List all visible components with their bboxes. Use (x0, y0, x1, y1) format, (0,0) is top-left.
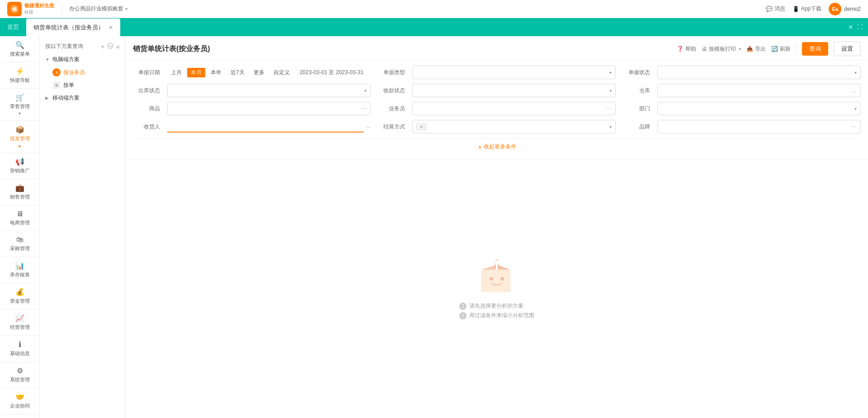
consignee-dots[interactable]: ··· (365, 123, 371, 130)
tree-item-mobile[interactable]: ▶ 移动端方案 (40, 91, 125, 104)
refresh-icon: 🔄 (771, 46, 778, 52)
help-button[interactable]: ❓ 帮助 (677, 45, 696, 53)
settlement-tag-close[interactable]: ✕ (420, 124, 423, 129)
date-filter: 上月 本月 本年 近7天 更多 自定义 2023-03-01 至 2023-03… (167, 68, 371, 77)
refresh-button[interactable]: 🔄 刷新 (771, 45, 791, 53)
date-tab-this-month[interactable]: 本月 (187, 68, 205, 77)
doc-type-arrow-icon: ▾ (609, 70, 612, 75)
goods-filter: ··· (167, 102, 371, 115)
sidebar-item-finance[interactable]: 💰 资金管理 (0, 283, 39, 309)
date-tab-7days[interactable]: 近7天 (227, 68, 248, 77)
add-scheme-button[interactable]: + (101, 43, 104, 50)
sidebar-item-search[interactable]: 🔍 搜索菜单 (0, 36, 39, 62)
message-icon: 💬 (766, 6, 773, 12)
filter-row-2: 出库状态 ▾ 收款状态 ▾ 仓库 (133, 84, 861, 97)
sidebar-item-sales[interactable]: 💼 销售管理 (0, 179, 39, 205)
box-icon: 📦 (15, 125, 24, 134)
svg-point-12 (490, 277, 493, 280)
svg-rect-8 (481, 270, 510, 292)
sidebar-item-retail[interactable]: 🛒 零售管理 ▼ (0, 89, 39, 121)
tree-child-by-salesman[interactable]: 员 按业务员 (40, 66, 125, 79)
doc-type-filter: ▾ (412, 66, 616, 79)
collapse-panel-button[interactable]: « (116, 43, 120, 50)
settings-button[interactable]: 设置 (834, 42, 861, 56)
sidebar-item-guide[interactable]: 🆕 新手引导 (0, 414, 39, 418)
sidebar-item-ecommerce[interactable]: 🖥 电商管理 (0, 205, 39, 231)
salesman-select[interactable]: ··· (412, 102, 616, 115)
message-button[interactable]: 💬 消息 (766, 5, 785, 13)
date-tab-more[interactable]: 更多 (250, 68, 268, 77)
svg-point-13 (500, 277, 504, 280)
goods-select[interactable]: ··· (167, 102, 371, 115)
svg-marker-9 (481, 265, 496, 270)
sidebar-item-basic-info[interactable]: ℹ 基础信息 (0, 336, 39, 362)
tab-home[interactable]: 首页 (0, 18, 26, 36)
sidebar-item-wholesale[interactable]: 📦 批发管理 ▲ (0, 121, 39, 153)
tab-maximize[interactable]: ⛶ (857, 24, 863, 30)
panel-icons: + ✎ « (101, 43, 120, 50)
doc-status-select[interactable]: ▾ (657, 66, 861, 79)
settlement-arrow-icon: ▾ (609, 124, 612, 129)
info-icon: ℹ (19, 340, 21, 349)
user-menu[interactable]: Ea demo2 (829, 3, 861, 15)
sidebar-item-marketing[interactable]: 📢 营销推广 (0, 153, 39, 179)
dept-arrow-icon: ▾ (854, 106, 857, 111)
date-range-text: 2023-03-01 至 2023-03-31 (300, 69, 363, 76)
date-tab-this-year[interactable]: 本年 (207, 68, 225, 77)
tab-close-icon[interactable]: ✕ (108, 24, 113, 31)
consignee-input[interactable] (167, 121, 363, 133)
brand-filter: ··· (657, 120, 861, 133)
header-left: 畅 畅捷通好生意 标版 办公用品行业模拟账套 ▾ (7, 2, 127, 16)
settlement-select[interactable]: ✕ ▾ (412, 120, 616, 133)
tree-item-pc[interactable]: ▼ 电脑端方案 (40, 53, 125, 66)
date-tab-custom[interactable]: 自定义 (270, 68, 293, 77)
out-status-select[interactable]: ▾ (167, 84, 371, 97)
brand-select[interactable]: ··· (657, 120, 861, 133)
doc-type-select[interactable]: ▾ (412, 66, 616, 79)
page-actions: ❓ 帮助 🖨 按模板打印 ▾ 📤 导出 🔄 刷新 (677, 42, 861, 56)
tab-sales-stat[interactable]: 销货单统计表（按业务员） ✕ (26, 19, 120, 37)
export-button[interactable]: 📤 导出 (746, 45, 766, 53)
megaphone-icon: 📢 (15, 157, 24, 166)
order-scheme-icon: 按 (52, 81, 61, 89)
warehouse-select[interactable]: ... (657, 84, 861, 97)
sidebar-item-system[interactable]: ⚙ 系统管理 (0, 362, 39, 388)
sidebar: 🔍 搜索菜单 ⚡ 快捷导航 🛒 零售管理 ▼ 📦 批发管理 ▲ 📢 营销推广 💼… (0, 36, 40, 418)
payment-status-select[interactable]: ▾ (412, 84, 616, 97)
svg-text:员: 员 (55, 71, 58, 74)
empty-hints: 1 请先选择要分析的方案 2 用过滤条件来缩小分析范围 (459, 302, 534, 321)
tree-child-by-order[interactable]: 按 按单 (40, 79, 125, 91)
sidebar-item-inventory[interactable]: 📊 库存核算 (0, 257, 39, 283)
download-icon: 📱 (793, 6, 799, 12)
dept-select[interactable]: ▾ (657, 102, 861, 115)
lightning-icon: ⚡ (15, 67, 24, 76)
date-tab-last-month[interactable]: 上月 (167, 68, 185, 77)
svg-marker-10 (498, 265, 510, 270)
edit-scheme-button[interactable]: ✎ (107, 43, 113, 50)
sidebar-item-enterprise[interactable]: 🤝 企业协同 (0, 388, 39, 414)
main-layout: 🔍 搜索菜单 ⚡ 快捷导航 🛒 零售管理 ▼ 📦 批发管理 ▲ 📢 营销推广 💼… (0, 36, 868, 418)
consignee-filter: ··· (167, 121, 371, 133)
divider-actions (796, 44, 797, 53)
collapse-row: ∧ 收起更多条件 (133, 138, 861, 153)
arrow-down-icon: ▼ (45, 57, 51, 62)
arrow-right-icon: ▶ (45, 95, 51, 100)
filter-row-1: 单据日期 上月 本月 本年 近7天 更多 自定义 2023-03-01 至 20… (133, 66, 861, 79)
tab-close-window[interactable]: ✕ (848, 24, 854, 31)
header-right: 💬 消息 📱 App下载 Ea demo2 (766, 3, 861, 15)
collapse-button[interactable]: ∧ 收起更多条件 (478, 143, 516, 151)
filter-area: 单据日期 上月 本月 本年 近7天 更多 自定义 2023-03-01 至 20… (126, 60, 868, 159)
empty-illustration (474, 256, 519, 297)
sidebar-item-quick-nav[interactable]: ⚡ 快捷导航 (0, 62, 39, 89)
app-download-button[interactable]: 📱 App下载 (793, 5, 821, 13)
nav-app-selector[interactable]: 办公用品行业模拟账套 ▾ (69, 5, 127, 13)
doc-status-filter: ▾ (657, 66, 861, 79)
template-print-button[interactable]: 🖨 按模板打印 ▾ (702, 45, 741, 53)
sidebar-item-purchase[interactable]: 🛍 采购管理 (0, 231, 39, 257)
sidebar-item-operations[interactable]: 📈 经营管理 (0, 309, 39, 336)
workspace: 按以下方案查询 + ✎ « ▼ 电脑端方案 员 按业务员 (40, 36, 868, 418)
query-button[interactable]: 查询 (802, 42, 828, 56)
out-status-filter: ▾ (167, 84, 371, 97)
search-icon: 🔍 (15, 41, 24, 49)
page-header: 销货单统计表(按业务员) ❓ 帮助 🖨 按模板打印 ▾ 📤 导出 (126, 36, 868, 60)
